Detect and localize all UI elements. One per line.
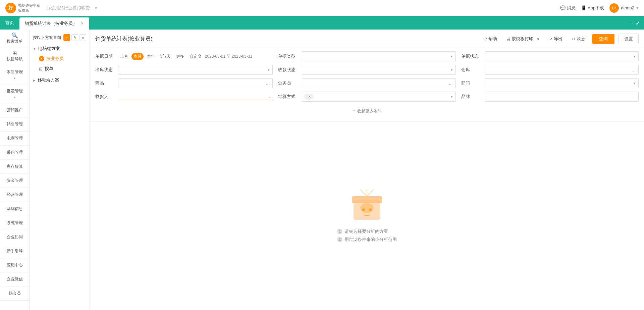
sidebar-item-ecommerce[interactable]: 电商管理 — [0, 132, 29, 146]
scheme-panel: 按以下方案查询 + ✎ « ▼ 电脑端方案 ● 按业务员 ⊞ 按单 — [30, 30, 90, 310]
brand-more-icon[interactable]: ... — [632, 94, 636, 99]
collapse-button[interactable]: ⌃ 收起更多条件 — [351, 106, 383, 116]
query-button[interactable]: 查询 — [592, 34, 614, 44]
scheme-edit-button[interactable]: ✎ — [71, 34, 78, 41]
warehouse-more-icon[interactable]: ... — [632, 67, 636, 72]
user-area[interactable]: Ea demo2 ▾ — [609, 3, 639, 13]
filter-receipt-status: 收款状态 ▾ — [278, 65, 455, 75]
brand-label: 品牌 — [461, 94, 481, 100]
date-shortcut-last-month[interactable]: 上月 — [118, 53, 130, 60]
sidebar-item-search[interactable]: 🔍 搜索菜单 — [0, 30, 29, 47]
sidebar-item-inventory[interactable]: 库存核算 — [0, 160, 29, 174]
sidebar-item-enterprise[interactable]: 企业协同 — [0, 230, 29, 244]
tab-home[interactable]: 首页 — [0, 16, 19, 30]
scheme-add-button[interactable]: + — [63, 34, 70, 41]
tab-sales-report[interactable]: 销货单统计表（按业务员） ✕ — [19, 17, 89, 30]
filter-row-1: 单据日期 上月 本月 本年 近7天 更多 自定义 2023-03-01 至 20… — [95, 51, 639, 61]
filter-doc-type: 单据类型 ▾ — [278, 51, 455, 61]
sidebar-item-sales[interactable]: 销售管理 — [0, 117, 29, 132]
payment-chip-close-icon[interactable]: ✕ — [308, 95, 311, 99]
refresh-button[interactable]: ↺ 刷新 — [569, 35, 588, 43]
logo-area: 好 畅捷通好生意 标准版 — [5, 3, 40, 13]
tree-mobile-expand-icon: ▶ — [33, 79, 36, 82]
filter-goods: 商品 ... — [95, 78, 273, 88]
active-scheme-icon: ● — [39, 56, 44, 61]
settings-button[interactable]: 设置 — [619, 34, 639, 44]
hint-number-2: 2 — [337, 237, 342, 242]
recipient-more-icon[interactable]: ... — [269, 94, 273, 99]
sidebar-item-system[interactable]: 系统管理 — [0, 216, 29, 230]
goods-more-icon[interactable]: ... — [266, 81, 270, 86]
empty-state: 1 请先选择要分析的方案 2 用过滤条件来缩小分析范围 — [90, 122, 644, 310]
receipt-status-select[interactable]: ▾ — [301, 65, 455, 75]
scheme-tree-mobile[interactable]: ▶ 移动端方案 — [30, 75, 90, 85]
app-download-button[interactable]: 📱 App下载 — [581, 5, 604, 11]
filter-recipient: 收货人 ... — [95, 94, 273, 100]
sidebar-item-member[interactable]: 畅会员 — [0, 287, 29, 301]
scheme-tree-by-order[interactable]: ⊞ 按单 — [30, 64, 90, 74]
hint-number-1: 1 — [337, 229, 342, 234]
scheme-tree-by-salesperson[interactable]: ● 按业务员 — [30, 54, 90, 64]
export-icon: ↗ — [549, 37, 552, 42]
date-shortcut-more[interactable]: 更多 — [174, 53, 186, 60]
doc-status-select[interactable]: ▾ — [484, 51, 639, 61]
header-right: 💬 消息 📱 App下载 Ea demo2 ▾ — [560, 3, 639, 13]
help-button[interactable]: ? 帮助 — [482, 35, 500, 43]
empty-illustration — [347, 190, 387, 223]
export-button[interactable]: ↗ 导出 — [546, 35, 565, 43]
sidebar-item-retail[interactable]: 零售管理 ▲ — [0, 65, 29, 84]
filter-area: 单据日期 上月 本月 本年 近7天 更多 自定义 2023-03-01 至 20… — [90, 47, 644, 122]
recipient-label: 收货人 — [95, 94, 115, 100]
empty-svg-illustration — [347, 190, 387, 223]
tabs-bar: 首页 销货单统计表（按业务员） ✕ — ⤢ — [0, 16, 644, 30]
filter-brand: 品牌 ... — [461, 92, 639, 102]
date-shortcut-this-year[interactable]: 本年 — [145, 53, 157, 60]
date-shortcut-this-month[interactable]: 本月 — [131, 53, 144, 60]
sidebar-item-wechat[interactable]: 企业微信 — [0, 272, 29, 287]
sidebar-item-wholesale[interactable]: 批发管理 ▲ — [0, 84, 29, 103]
tab-close-icon[interactable]: ✕ — [80, 21, 84, 26]
salesperson-select[interactable]: ... — [301, 78, 455, 88]
date-shortcut-last-7[interactable]: 近7天 — [158, 53, 173, 60]
template-print-dropdown-icon[interactable]: ▾ — [535, 37, 539, 42]
sidebar-item-marketing[interactable]: 营销推广 — [0, 103, 29, 117]
department-select[interactable]: ▾ — [484, 78, 639, 88]
header-app-title: 办公用品行业模拟账套 — [46, 5, 90, 11]
date-shortcut-custom[interactable]: 自定义 — [187, 53, 204, 60]
payment-method-label: 结算方式 — [278, 94, 298, 100]
sidebar-item-purchase[interactable]: 采购管理 — [0, 146, 29, 160]
tab-minimize-icon[interactable]: — — [628, 20, 633, 26]
empty-hint-2: 2 用过滤条件来缩小分析范围 — [337, 237, 397, 243]
doc-type-select[interactable]: ▾ — [301, 51, 455, 61]
sidebar-item-quick-nav[interactable]: ⊞ 快捷导航 — [0, 47, 29, 65]
header-dropdown-icon[interactable]: ▾ — [95, 5, 97, 11]
salesperson-more-icon[interactable]: ... — [449, 81, 453, 86]
help-icon: ? — [485, 37, 487, 42]
message-button[interactable]: 💬 消息 — [560, 5, 576, 11]
recipient-input[interactable] — [118, 94, 269, 99]
filter-row-2: 出库状态 ▾ 收款状态 ▾ 仓库 — [95, 65, 639, 75]
goods-select[interactable]: ... — [118, 78, 273, 88]
page-header: 销货单统计表(按业务员) ? 帮助 🖨 按模板打印 ▾ ↗ 导出 — [90, 30, 644, 47]
sidebar-item-operations[interactable]: 经营管理 — [0, 188, 29, 202]
template-print-button[interactable]: 🖨 按模板打印 ▾ — [504, 35, 542, 43]
doc-type-label: 单据类型 — [278, 53, 298, 59]
scheme-tree-desktop[interactable]: ▼ 电脑端方案 — [30, 44, 90, 54]
filter-salesperson: 业务员 ... — [278, 78, 455, 88]
warehouse-select[interactable]: ... — [484, 65, 639, 75]
date-group: 上月 本月 本年 近7天 更多 自定义 2023-03-01 至 2023-03… — [118, 53, 273, 60]
sidebar-item-apps[interactable]: 应用中心 — [0, 258, 29, 272]
filter-doc-status: 单据状态 ▾ — [461, 51, 639, 61]
refresh-icon: ↺ — [572, 37, 576, 42]
filter-out-status: 出库状态 ▾ — [95, 65, 273, 75]
payment-method-select[interactable]: ✕ ▾ — [301, 92, 455, 102]
scheme-collapse-button[interactable]: « — [79, 34, 86, 41]
out-status-select[interactable]: ▾ — [118, 65, 273, 75]
sidebar-item-newbie[interactable]: 新手引导 — [0, 244, 29, 258]
sidebar-item-finance[interactable]: 资金管理 — [0, 174, 29, 188]
tab-maximize-icon[interactable]: ⤢ — [636, 20, 640, 26]
svg-point-2 — [360, 203, 374, 213]
header-left: 好 畅捷通好生意 标准版 办公用品行业模拟账套 ▾ — [5, 3, 97, 13]
sidebar-item-basic[interactable]: 基础信息 — [0, 202, 29, 216]
brand-select[interactable]: ... — [484, 92, 639, 102]
